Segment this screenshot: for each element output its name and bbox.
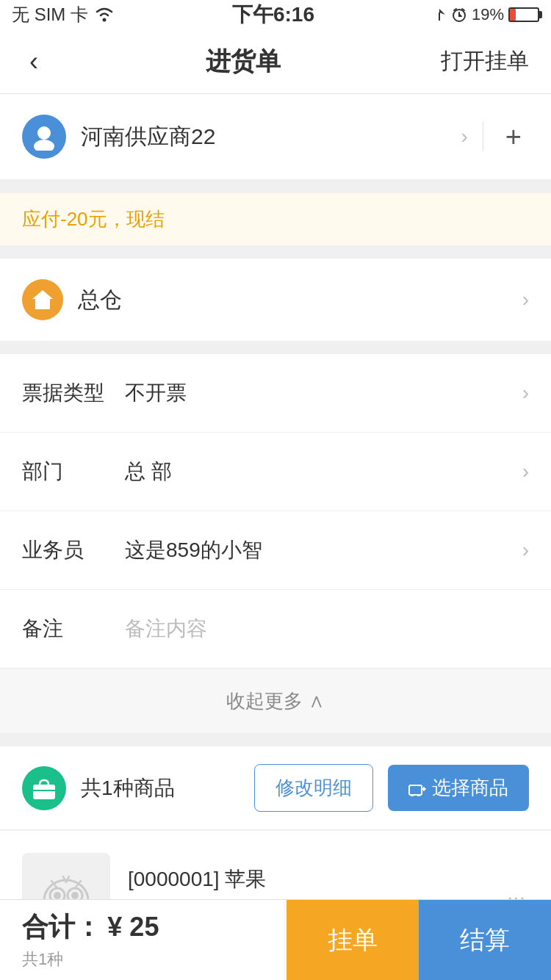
person-icon (30, 123, 58, 151)
bag-icon (32, 777, 57, 799)
house-icon (31, 289, 54, 311)
open-hang-button[interactable]: 打开挂单 (441, 46, 529, 76)
ticket-type-value: 不开票 (125, 379, 515, 407)
sales-value: 这是859的小智 (125, 536, 515, 564)
svg-rect-5 (33, 785, 55, 799)
page-title: 进货单 (206, 45, 281, 79)
warehouse-section[interactable]: 总仓 › (0, 259, 551, 341)
form-section: 票据类型 不开票 › 部门 总 部 › 业务员 这是859的小智 › 备注 备注… (0, 354, 551, 668)
supplier-name: 河南供应商22 (81, 122, 453, 152)
add-supplier-button[interactable]: + (498, 118, 529, 156)
product-code: [0000001] (128, 868, 220, 890)
select-product-label: 选择商品 (432, 775, 508, 801)
total-amount: ¥ 25 (107, 912, 159, 942)
status-bar: 无 SIM 卡 下午6:16 19% (0, 0, 551, 29)
ticket-type-chevron-icon: › (522, 381, 529, 405)
total-sub: 共1种 (22, 948, 264, 970)
main-content: 河南供应商22 › + 应付-20元，现结 总仓 › 票据类型 不开票 › 部门… (0, 94, 551, 980)
status-left: 无 SIM 卡 (12, 3, 115, 26)
back-button[interactable]: ‹ (22, 39, 46, 84)
warehouse-chevron-icon: › (522, 288, 529, 311)
select-product-button[interactable]: 选择商品 (388, 765, 529, 811)
warehouse-icon (22, 279, 63, 320)
products-count: 共1种商品 (81, 774, 240, 802)
product-name: [0000001] 苹果 (128, 865, 486, 893)
svg-point-0 (103, 18, 107, 22)
remarks-input[interactable]: 备注内容 (125, 615, 529, 643)
location-icon (432, 7, 447, 22)
nav-bar: ‹ 进货单 打开挂单 (0, 29, 551, 94)
ticket-type-label: 票据类型 (22, 379, 110, 407)
footer-total: 合计： ¥ 25 共1种 (0, 909, 287, 970)
notice-bar: 应付-20元，现结 (0, 193, 551, 245)
dept-label: 部门 (22, 458, 110, 486)
wifi-icon (94, 7, 115, 22)
ticket-type-row[interactable]: 票据类型 不开票 › (0, 354, 551, 433)
supplier-section: 河南供应商22 › + (0, 94, 551, 180)
svg-point-3 (34, 140, 54, 151)
battery-icon (508, 7, 539, 22)
svg-rect-7 (409, 785, 422, 795)
dept-value: 总 部 (125, 458, 515, 486)
sales-chevron-icon: › (522, 538, 529, 562)
sales-label: 业务员 (22, 536, 110, 564)
product-title: 苹果 (225, 868, 266, 890)
status-right: 19% (432, 5, 539, 24)
hang-button[interactable]: 挂单 (287, 900, 419, 981)
svg-marker-4 (32, 290, 53, 309)
svg-point-2 (37, 126, 51, 140)
supplier-row[interactable]: 河南供应商22 › + (0, 94, 551, 180)
dept-chevron-icon: › (522, 460, 529, 483)
battery-text: 19% (472, 5, 504, 24)
remarks-row[interactable]: 备注 备注内容 (0, 590, 551, 668)
total-amount-row: 合计： ¥ 25 (22, 909, 264, 945)
svg-point-14 (71, 892, 79, 899)
products-icon (22, 766, 66, 810)
remarks-label: 备注 (22, 615, 110, 643)
footer: 合计： ¥ 25 共1种 挂单 结算 (0, 899, 551, 980)
edit-detail-button[interactable]: 修改明细 (254, 764, 373, 812)
collapse-row[interactable]: 收起更多 ∧ (0, 669, 551, 733)
svg-point-13 (54, 892, 61, 899)
status-time: 下午6:16 (232, 1, 314, 29)
alarm-icon (451, 7, 467, 23)
total-label: 合计： (22, 912, 101, 942)
supplier-chevron-icon: › (461, 125, 467, 148)
products-header: 共1种商品 修改明细 选择商品 (0, 746, 551, 829)
collapse-label: 收起更多 ∧ (226, 690, 324, 712)
vertical-divider (483, 122, 483, 151)
cart-plus-icon (408, 780, 426, 796)
supplier-avatar (22, 115, 66, 159)
carrier-text: 无 SIM 卡 (12, 3, 88, 26)
checkout-button[interactable]: 结算 (419, 900, 551, 981)
dept-row[interactable]: 部门 总 部 › (0, 433, 551, 511)
warehouse-name: 总仓 (78, 285, 515, 315)
sales-row[interactable]: 业务员 这是859的小智 › (0, 511, 551, 590)
